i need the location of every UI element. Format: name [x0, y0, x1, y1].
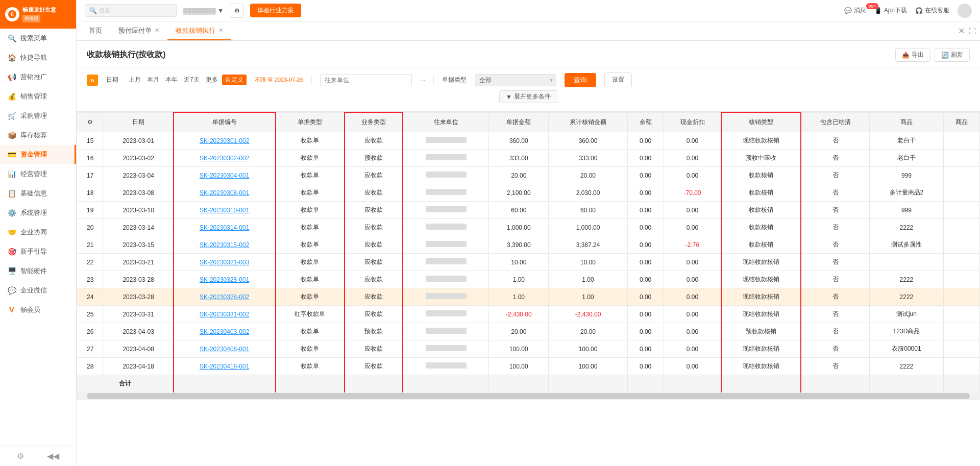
col-include-header[interactable]: 包含已结清: [801, 112, 869, 132]
table-row: 20 2023-03-14 SK-20230314-001 收款单 应收款 1,…: [77, 219, 980, 236]
cell-amount: 360.00: [489, 132, 549, 150]
expand-conditions-btn[interactable]: ▼ 展开更多条件: [499, 90, 557, 103]
custom-date-btn[interactable]: 自定义: [222, 75, 247, 85]
online-service-btn[interactable]: 🎧 在线客服: [915, 6, 949, 15]
tab-prepay-label: 预付应付单: [118, 26, 152, 35]
cell-goods: 测试多属性: [870, 236, 944, 254]
tab-prepay-close[interactable]: ✕: [155, 27, 159, 34]
cell-goods2: [943, 132, 979, 150]
col-voucher-no-header[interactable]: 单据编号: [174, 112, 276, 132]
voucher-type-select[interactable]: 全部 收款单 红字收款单: [475, 74, 556, 86]
voucher-no-link[interactable]: SK-20230328-001: [200, 276, 249, 283]
voucher-no-link[interactable]: SK-20230310-001: [200, 207, 249, 214]
refresh-btn[interactable]: 🔄 刷新: [935, 48, 970, 62]
col-total-offset-header[interactable]: 累计核销金额: [549, 112, 627, 132]
col-balance-header[interactable]: 余额: [627, 112, 664, 132]
col-goods2-header[interactable]: 商品: [943, 112, 979, 132]
voucher-no-link[interactable]: SK-20230321-003: [200, 259, 249, 266]
sidebar-item-basic[interactable]: 📋 基础信息: [0, 184, 76, 203]
col-discount-header[interactable]: 现金折扣: [664, 112, 721, 132]
sidebar-item-enterprise[interactable]: 🤝 企业协同: [0, 223, 76, 242]
sidebar-item-search[interactable]: 🔍 搜索菜单: [0, 29, 76, 48]
col-date-header[interactable]: 日期: [104, 112, 174, 132]
tabs-close-all-btn[interactable]: ✕: [958, 26, 965, 36]
industry-btn[interactable]: 体验行业方案: [250, 4, 301, 17]
sidebar-item-member[interactable]: V 畅会员: [0, 300, 76, 320]
horizontal-scrollbar[interactable]: [77, 393, 980, 400]
last-7days-btn[interactable]: 近7天: [182, 75, 202, 85]
sidebar-item-purchase[interactable]: 🛒 采购管理: [0, 106, 76, 126]
voucher-type-select-wrap[interactable]: 全部 收款单 红字收款单: [475, 74, 556, 86]
sidebar-item-marketing[interactable]: 📢 营销推广: [0, 67, 76, 87]
cell-partner: [403, 254, 489, 271]
col-voucher-type-header[interactable]: 单据类型: [276, 112, 345, 132]
export-btn[interactable]: 📤 导出: [895, 48, 930, 62]
tab-home[interactable]: 首页: [81, 22, 110, 40]
topbar-gear-btn[interactable]: ⚙: [230, 4, 244, 18]
voucher-no-link[interactable]: SK-20230301-002: [200, 137, 249, 144]
voucher-no-link[interactable]: SK-20230403-002: [200, 328, 249, 335]
cell-goods2: [943, 202, 979, 219]
voucher-no-link[interactable]: SK-20230308-001: [200, 189, 249, 197]
query-btn[interactable]: 查询: [565, 73, 596, 87]
voucher-no-link[interactable]: SK-20230315-002: [200, 241, 249, 249]
voucher-no-link[interactable]: SK-20230408-001: [200, 346, 249, 353]
voucher-no-link[interactable]: SK-20230331-002: [200, 311, 249, 318]
this-year-btn[interactable]: 本年: [163, 75, 180, 85]
sidebar-item-wechat[interactable]: 💬 企业微信: [0, 281, 76, 300]
user-avatar[interactable]: [958, 4, 972, 18]
col-biz-type-header[interactable]: 业务类型: [345, 112, 403, 132]
col-partner-header[interactable]: 往来单位: [403, 112, 489, 132]
sidebar-item-finance[interactable]: 💳 资金管理: [0, 145, 76, 164]
voucher-no-link[interactable]: SK-20230418-001: [200, 363, 249, 370]
cell-biz-type: 应收款: [345, 340, 403, 358]
sidebar-item-operations[interactable]: 📊 经营管理: [0, 164, 76, 184]
sidebar-item-label: 基础信息: [20, 189, 47, 198]
tabs-fullscreen-btn[interactable]: ⛶: [969, 27, 976, 35]
topbar-search[interactable]: 🔍 搜索: [85, 4, 177, 17]
cell-balance: 0.00: [627, 132, 664, 150]
col-goods-header[interactable]: 商品: [870, 112, 944, 132]
app-download-btn[interactable]: 📱 App下载: [874, 6, 907, 15]
col-amount-header[interactable]: 单据金额: [489, 112, 549, 132]
collapse-icon[interactable]: ◀◀: [47, 451, 59, 461]
sidebar-item-system[interactable]: ⚙️ 系统管理: [0, 203, 76, 223]
settings-icon[interactable]: ⚙: [17, 451, 24, 461]
voucher-no-link[interactable]: SK-20230302-002: [200, 155, 249, 162]
col-offset-type-header[interactable]: 核销类型: [721, 112, 801, 132]
message-btn[interactable]: 💬 消息 99+: [844, 6, 866, 15]
cell-total-offset: 1,000.00: [549, 219, 627, 236]
tab-collection-close[interactable]: ✕: [218, 27, 223, 34]
sidebar-item-quicknav[interactable]: 🏠 快捷导航: [0, 48, 76, 67]
cell-offset-type: 收款核销: [721, 236, 801, 254]
last-month-btn[interactable]: 上月: [127, 75, 143, 85]
footer-voucher-type: [276, 375, 345, 393]
tabs-actions: ✕ ⛶: [958, 26, 976, 36]
setting-btn[interactable]: 设置: [604, 72, 632, 87]
more-date-btn[interactable]: 更多: [204, 75, 220, 85]
filter-collapse-btn[interactable]: »: [87, 75, 98, 86]
member-icon: V: [7, 305, 16, 314]
app-badge: 标推版: [22, 15, 40, 22]
voucher-no-link[interactable]: SK-20230314-001: [200, 224, 249, 231]
partner-input[interactable]: [320, 74, 412, 86]
this-month-btn[interactable]: 本月: [145, 75, 161, 85]
topbar-dropdown[interactable]: ▓▓▓▓▓▓▓▓ ▼: [183, 7, 224, 14]
tab-prepay[interactable]: 预付应付单 ✕: [110, 22, 167, 40]
sidebar-bottom: ⚙ ◀◀: [0, 446, 76, 466]
col-gear[interactable]: ⚙: [77, 112, 104, 132]
sidebar-item-sales[interactable]: 💰 销售管理: [0, 87, 76, 106]
cell-offset-type: 预收款核销: [721, 323, 801, 340]
voucher-no-link[interactable]: SK-20230328-002: [200, 293, 249, 301]
data-table-container[interactable]: ⚙ 日期 单据编号 单据类型 业务类型 往来单位 单据金额 累计核销金额 余额 …: [77, 112, 980, 466]
cell-total-offset: 60.00: [549, 202, 627, 219]
cell-goods: 多计量商品2: [870, 184, 944, 202]
sidebar-item-guide[interactable]: 🎯 新手引导: [0, 242, 76, 261]
voucher-no-link[interactable]: SK-20230304-001: [200, 172, 249, 179]
cell-voucher-no: SK-20230301-002: [174, 132, 276, 150]
sidebar-item-hardware[interactable]: 🖥️ 智能硬件: [0, 261, 76, 281]
sidebar-item-inventory[interactable]: 📦 库存核算: [0, 126, 76, 145]
cell-offset-type: 现结收款核销: [721, 358, 801, 375]
enterprise-icon: 🤝: [7, 228, 16, 237]
tab-collection[interactable]: 收款核销执行 ✕: [167, 22, 231, 40]
